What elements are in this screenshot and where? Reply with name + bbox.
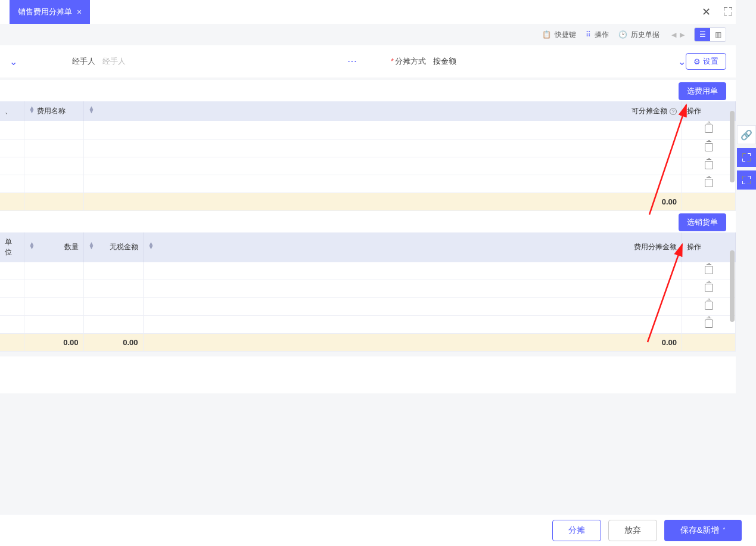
scrollbar[interactable] — [730, 250, 735, 322]
handler-input[interactable] — [102, 57, 341, 66]
view-toggle: ☰ ▥ — [694, 27, 726, 42]
allocate-button[interactable]: 分摊 — [552, 520, 601, 541]
toolbar: 📋 快捷键 ⠿ 操作 🕑 历史单据 ◀ ▶ ☰ ▥ — [0, 24, 736, 45]
col-operate: 操作 — [682, 232, 736, 262]
trash-icon[interactable] — [705, 179, 713, 187]
chevron-down-icon[interactable]: ⌄ — [7, 56, 20, 67]
method-label: 分摊方式 — [395, 57, 426, 66]
field-handler: 经手人 ··· — [72, 56, 357, 67]
total-notax: 0.00 — [83, 334, 143, 352]
close-icon[interactable]: × — [77, 7, 82, 17]
handler-label: 经手人 — [72, 56, 95, 67]
nav-arrows: ◀ ▶ — [671, 31, 685, 39]
trash-icon[interactable] — [705, 161, 713, 169]
view-list[interactable]: ☰ — [695, 28, 710, 41]
paperclip-icon: 🔗 — [741, 129, 752, 141]
method-value[interactable]: 按金额 — [433, 56, 552, 67]
table-row — [0, 157, 736, 175]
chevron-down-icon[interactable]: ⌄ — [678, 56, 686, 67]
table-row — [0, 139, 736, 157]
scrollbar[interactable] — [730, 111, 735, 182]
col-notax[interactable]: 无税金额 — [83, 232, 143, 262]
trash-icon[interactable] — [705, 302, 713, 310]
settings-label: 设置 — [703, 56, 718, 67]
operate-button[interactable]: ⠿ 操作 — [586, 30, 609, 40]
table-row — [0, 262, 736, 280]
total-qty: 0.00 — [24, 334, 83, 352]
tab-bar: 销售费用分摊单 × ✕ — [0, 0, 736, 24]
field-method: *分摊方式 按金额 ⌄ — [391, 56, 686, 67]
trash-icon[interactable] — [705, 319, 713, 328]
nav-prev[interactable]: ◀ — [671, 31, 676, 39]
history-button[interactable]: 🕑 历史单据 — [618, 30, 659, 40]
trash-icon[interactable] — [705, 125, 713, 133]
expand-button-2[interactable] — [737, 170, 756, 190]
sales-table: 单位 数量 无税金额 费用分摊金额 操作 0.00 0.00 0.00 — [0, 232, 736, 352]
discard-button[interactable]: 放弃 — [608, 520, 657, 541]
save-new-label: 保存&新增 — [680, 525, 719, 536]
help-icon[interactable]: ? — [670, 108, 677, 115]
form-area: ⌄ 经手人 ··· *分摊方式 按金额 ⌄ ⚙ 设置 — [0, 45, 736, 77]
select-expense-button[interactable]: 选费用单 — [679, 82, 726, 100]
table-row — [0, 175, 736, 193]
expand-icon — [742, 153, 751, 162]
table-row — [0, 316, 736, 334]
nav-next[interactable]: ▶ — [680, 31, 685, 39]
remark-area — [0, 356, 736, 393]
tab-sales-expense[interactable]: 销售费用分摊单 × — [10, 0, 90, 24]
history-icon: 🕑 — [618, 30, 627, 39]
col-expense-name[interactable]: 费用名称 — [24, 101, 83, 121]
expense-section: 选费用单 、 费用名称 可分摊金额? 操作 — [0, 80, 736, 211]
total-alloc: 0.00 — [83, 193, 682, 210]
shortcut-button[interactable]: 📋 快捷键 — [542, 30, 576, 40]
side-actions: 🔗 — [737, 125, 756, 190]
table-row — [0, 298, 736, 316]
tab-title: 销售费用分摊单 — [18, 7, 72, 17]
col-alloc[interactable]: 费用分摊金额 — [143, 232, 682, 262]
col-operate: 操作 — [682, 101, 736, 121]
footer: 分摊 放弃 保存&新增 ˄ — [0, 514, 756, 546]
total-alloc: 0.00 — [143, 334, 682, 352]
total-row: 0.00 — [0, 193, 736, 210]
trash-icon[interactable] — [705, 266, 713, 274]
expand-icon — [742, 176, 751, 184]
attachment-button[interactable]: 🔗 — [737, 125, 756, 144]
chevron-up-icon: ˄ — [723, 527, 726, 533]
expense-table: 、 费用名称 可分摊金额? 操作 0.00 — [0, 101, 736, 211]
settings-button[interactable]: ⚙ 设置 — [686, 53, 726, 70]
fullscreen-button[interactable] — [724, 7, 732, 17]
expand-icon — [724, 7, 732, 15]
gear-icon: ⚙ — [693, 57, 701, 66]
col-alloc-amount[interactable]: 可分摊金额? — [83, 101, 682, 121]
select-sales-button[interactable]: 选销货单 — [679, 213, 726, 231]
table-row — [0, 121, 736, 139]
trash-icon[interactable] — [705, 143, 713, 151]
save-new-button[interactable]: 保存&新增 ˄ — [664, 520, 742, 541]
trash-icon[interactable] — [705, 284, 713, 292]
col-unit[interactable]: 单位 — [0, 232, 24, 262]
more-icon[interactable]: ··· — [348, 57, 357, 66]
clipboard-icon: 📋 — [542, 30, 551, 39]
expand-button-1[interactable] — [737, 148, 756, 167]
total-row: 0.00 0.00 0.00 — [0, 334, 736, 352]
sales-section: 选销货单 单位 数量 无税金额 费用分摊金额 操作 — [0, 211, 736, 352]
operate-label: 操作 — [595, 30, 609, 40]
history-label: 历史单据 — [631, 30, 659, 40]
col-qty[interactable]: 数量 — [24, 232, 83, 262]
grid-icon: ⠿ — [586, 30, 591, 39]
view-card[interactable]: ▥ — [710, 28, 726, 41]
shortcut-label: 快捷键 — [555, 30, 576, 40]
table-row — [0, 280, 736, 298]
window-close-button[interactable]: ✕ — [694, 0, 718, 24]
col-handle: 、 — [0, 101, 24, 121]
